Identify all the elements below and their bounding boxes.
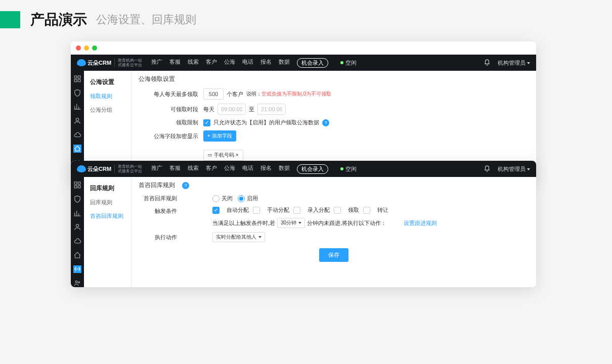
nav-sea[interactable]: 公海 bbox=[224, 58, 235, 68]
restrict-text: 只允许状态为【启用】的用户领取公海数据 bbox=[213, 119, 319, 126]
rail-home-icon[interactable] bbox=[73, 251, 81, 259]
rail-active-icon-2[interactable] bbox=[73, 265, 81, 274]
opt-manual: 手动分配 bbox=[267, 206, 289, 214]
rail-people-icon[interactable] bbox=[73, 279, 81, 287]
radio-off[interactable] bbox=[212, 195, 220, 202]
nav-service[interactable]: 客服 bbox=[169, 58, 181, 68]
brand-name: 云朵CRM bbox=[88, 165, 111, 173]
rail-dashboard-icon[interactable] bbox=[73, 75, 81, 83]
minimize-dot[interactable] bbox=[84, 46, 89, 51]
nav-service[interactable]: 客服 bbox=[169, 164, 181, 174]
rail-cloud-icon[interactable] bbox=[73, 237, 81, 245]
save-button[interactable]: 保存 bbox=[319, 248, 348, 262]
nav-enroll[interactable]: 报名 bbox=[260, 58, 272, 68]
chk-input[interactable]: ✓ bbox=[293, 207, 300, 214]
nav-leads[interactable]: 线索 bbox=[188, 164, 199, 174]
cloud-icon bbox=[77, 165, 86, 172]
user-menu[interactable]: 机构管理员 bbox=[498, 165, 530, 173]
label-action: 执行动作 bbox=[139, 234, 177, 241]
bell-icon[interactable] bbox=[484, 59, 491, 66]
window-return-rule: 云朵CRM 教育机构一站式服务云平台 推广 客服 线索 客户 公海 电话 报名 … bbox=[71, 161, 536, 287]
nav-sea[interactable]: 公海 bbox=[224, 164, 235, 174]
brand-logo-2[interactable]: 云朵CRM 教育机构一站式服务云平台 bbox=[77, 164, 142, 173]
nav-promote[interactable]: 推广 bbox=[151, 58, 162, 68]
main-panel-2: 首咨回库规则 ? 首咨回库规则 关闭 启用 触发条件 ✓自动分配 ✓手动分配 ✓ bbox=[132, 177, 536, 287]
sidebar-2: 回库规则 回库规则 首咨回库规则 bbox=[84, 177, 132, 287]
help-icon[interactable]: ? bbox=[322, 119, 329, 126]
nav-data[interactable]: 数据 bbox=[279, 164, 290, 174]
checkbox-restrict[interactable]: ✓ bbox=[203, 119, 210, 126]
chk-claim[interactable]: ✓ bbox=[334, 207, 341, 214]
maximize-dot[interactable] bbox=[92, 46, 97, 51]
nav-data[interactable]: 数据 bbox=[279, 58, 290, 68]
rail-shield-icon[interactable] bbox=[73, 89, 81, 97]
svg-rect-9 bbox=[74, 186, 77, 188]
nav-cta[interactable]: 机会录入 bbox=[297, 164, 328, 174]
bell-icon[interactable] bbox=[484, 165, 491, 172]
add-field-button[interactable]: + 添加字段 bbox=[203, 130, 236, 142]
brand-logo[interactable]: 云朵CRM 教育机构一站式服务云平台 bbox=[77, 58, 142, 67]
trigger-line2-pre: 当满足以上触发条件时,若 bbox=[212, 219, 275, 227]
label-trigger: 触发条件 bbox=[139, 206, 177, 215]
rail-dashboard-icon[interactable] bbox=[73, 181, 81, 189]
chevron-down-icon bbox=[527, 168, 530, 170]
section-title: 公海领取设置 bbox=[139, 75, 529, 83]
rail-chart-icon[interactable] bbox=[73, 103, 81, 111]
svg-point-4 bbox=[76, 118, 78, 120]
svg-rect-3 bbox=[78, 79, 80, 82]
nav-cta[interactable]: 机会录入 bbox=[297, 58, 328, 68]
nav-links-2: 推广 客服 线索 客户 公海 电话 报名 数据 机会录入 bbox=[151, 164, 328, 174]
select-action[interactable]: 实时分配给其他人 bbox=[212, 232, 265, 242]
svg-rect-7 bbox=[74, 182, 77, 185]
nav-customers[interactable]: 客户 bbox=[206, 164, 217, 174]
tag-phone[interactable]: 手机号码 × bbox=[203, 150, 243, 161]
nav-phone[interactable]: 电话 bbox=[242, 164, 253, 174]
input-start-time[interactable] bbox=[217, 104, 246, 115]
brand-tagline: 教育机构一站式服务云平台 bbox=[114, 164, 142, 173]
nav-enroll[interactable]: 报名 bbox=[260, 164, 272, 174]
top-nav-2: 云朵CRM 教育机构一站式服务云平台 推广 客服 线索 客户 公海 电话 报名 … bbox=[71, 161, 536, 177]
sidebar-item-return-rule[interactable]: 回库规则 bbox=[84, 196, 131, 209]
nav-leads[interactable]: 线索 bbox=[188, 58, 199, 68]
input-max-claim[interactable] bbox=[203, 88, 224, 100]
suffix-customers: 个客户 bbox=[227, 90, 243, 98]
help-icon[interactable]: ? bbox=[182, 182, 189, 189]
nav-phone[interactable]: 电话 bbox=[242, 58, 253, 68]
chevron-down-icon bbox=[298, 222, 301, 224]
rail-shield-icon[interactable] bbox=[73, 195, 81, 203]
label-restrict: 领取限制 bbox=[139, 119, 198, 126]
rail-user-icon[interactable] bbox=[73, 117, 81, 125]
brand-name: 云朵CRM bbox=[88, 59, 111, 67]
sidebar-item-groups[interactable]: 公海分组 bbox=[84, 103, 131, 117]
sidebar-item-first-return[interactable]: 首咨回库规则 bbox=[84, 209, 131, 223]
nav-customers[interactable]: 客户 bbox=[206, 58, 217, 68]
link-setup-followup[interactable]: 设置跟进规则 bbox=[404, 219, 437, 227]
label-mask: 公海字段加密显示 bbox=[139, 132, 198, 140]
close-dot[interactable] bbox=[76, 46, 81, 51]
rail-chart-icon[interactable] bbox=[73, 209, 81, 217]
trigger-line2-mid: 分钟内未跟进,将执行以下动作： bbox=[307, 219, 386, 227]
chk-auto[interactable]: ✓ bbox=[212, 207, 220, 214]
status-label: 空闲 bbox=[345, 59, 357, 67]
chevron-down-icon bbox=[527, 62, 530, 64]
svg-rect-1 bbox=[78, 76, 80, 78]
opt-claim: 领取 bbox=[348, 206, 359, 214]
page-subtitle: 公海设置、回库规则 bbox=[96, 12, 196, 27]
cloud-icon bbox=[77, 59, 86, 66]
sidebar-item-claim-rule[interactable]: 领取规则 bbox=[84, 89, 131, 103]
radio-on[interactable] bbox=[238, 195, 245, 202]
chevron-down-icon bbox=[258, 236, 261, 238]
chk-transfer[interactable]: ✓ bbox=[363, 207, 370, 214]
nav-promote[interactable]: 推广 bbox=[151, 164, 162, 174]
user-menu[interactable]: 机构管理员 bbox=[498, 59, 530, 67]
label-max-claim: 每人每天最多领取 bbox=[139, 90, 198, 98]
status-indicator bbox=[340, 167, 343, 170]
select-duration[interactable]: 30分钟 bbox=[277, 218, 305, 228]
svg-point-12 bbox=[75, 281, 77, 283]
rail-active-icon[interactable] bbox=[73, 145, 81, 153]
chk-manual[interactable]: ✓ bbox=[253, 207, 260, 214]
rail-cloud-icon[interactable] bbox=[73, 131, 81, 139]
rail-user-icon[interactable] bbox=[73, 223, 81, 231]
input-end-time[interactable] bbox=[257, 104, 286, 115]
label-rule: 首咨回库规则 bbox=[139, 195, 177, 202]
